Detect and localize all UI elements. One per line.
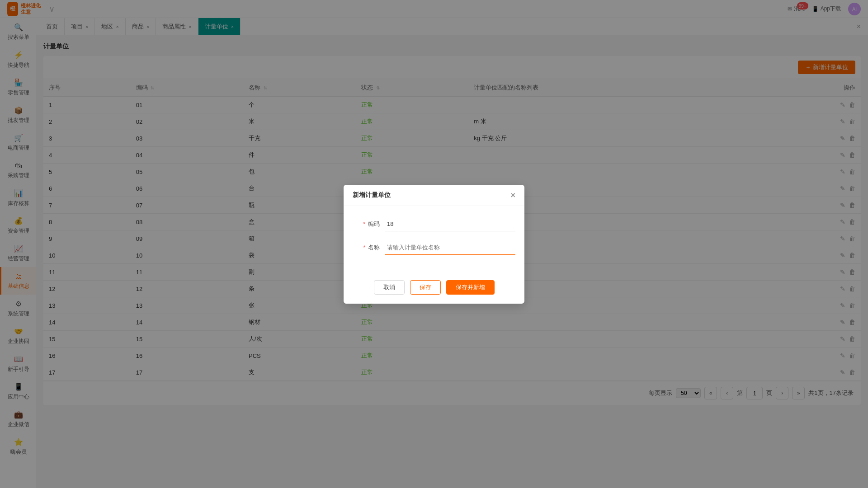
modal-title: 新增计量单位 [353,191,391,199]
modal-header: 新增计量单位 × [344,185,524,206]
code-input[interactable] [385,217,515,231]
code-field-row: * 编码 [353,217,515,231]
name-label: * 名称 [353,244,380,252]
save-button[interactable]: 保存 [410,280,441,295]
add-unit-modal: 新增计量单位 × * 编码 * 名称 取消 保存 保存并新增 [344,185,524,304]
modal-footer: 取消 保存 保存并新增 [344,275,524,304]
cancel-button[interactable]: 取消 [374,280,405,295]
code-required-star: * [363,221,365,227]
modal-overlay: 新增计量单位 × * 编码 * 名称 取消 保存 保存并新增 [0,0,868,488]
modal-body: * 编码 * 名称 [344,206,524,275]
name-field-row: * 名称 [353,240,515,255]
modal-close-button[interactable]: × [510,191,515,199]
name-input[interactable] [385,240,515,255]
code-label: * 编码 [353,220,380,228]
save-and-new-button[interactable]: 保存并新增 [446,280,495,295]
name-required-star: * [363,244,365,251]
